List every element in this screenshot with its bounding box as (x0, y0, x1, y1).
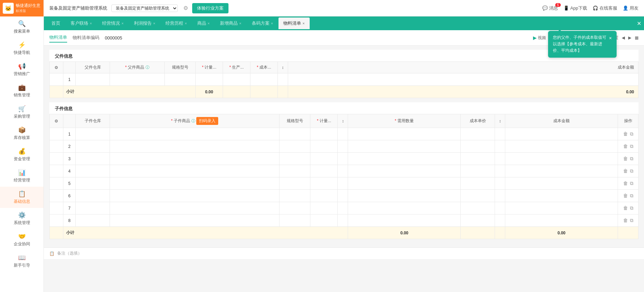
child-row3-qty[interactable] (310, 153, 338, 165)
video-btn[interactable]: ▶ 视频 (533, 35, 546, 41)
nav-prev-btn[interactable]: ◀ (622, 35, 625, 40)
child-row3-warehouse[interactable] (76, 153, 110, 165)
sidebar-item-sales[interactable]: 💼 销售管理 (0, 80, 44, 102)
child-row4-need-qty[interactable] (348, 165, 461, 177)
online-service-action[interactable]: 🎧 在线客服 (593, 5, 617, 11)
child-row5-cost-unit[interactable] (461, 177, 495, 190)
delete-row-icon[interactable]: 🗑 (623, 180, 628, 186)
parent-col-settings[interactable]: ⚙ (50, 62, 63, 73)
close-all-tabs-icon[interactable]: ✕ (637, 20, 641, 27)
nav-next-btn[interactable]: ▶ (628, 35, 631, 40)
child-row2-need-qty[interactable] (348, 140, 461, 153)
grid-view-icon[interactable]: ▦ (635, 35, 639, 40)
delete-row-icon[interactable]: 🗑 (623, 131, 628, 137)
tab-business-status-close[interactable]: × (121, 21, 123, 25)
sidebar-item-quick-nav[interactable]: ⚡ 快捷导航 (0, 38, 44, 59)
tab-business-history[interactable]: 经营历程 × (161, 17, 191, 29)
sidebar-item-marketing[interactable]: 📢 营销推广 (0, 59, 44, 80)
parent-row1-warehouse[interactable] (76, 73, 110, 86)
child-row7-warehouse[interactable] (76, 202, 110, 214)
child-col-settings[interactable]: ⚙ (50, 114, 63, 128)
tab-barcode-close[interactable]: × (271, 21, 273, 25)
sidebar-item-system[interactable]: ⚙️ 系统管理 (0, 208, 44, 229)
delete-row-icon[interactable]: 🗑 (623, 193, 628, 199)
child-row2-qty[interactable] (310, 140, 338, 153)
delete-row-icon[interactable]: 🗑 (623, 168, 628, 174)
child-row2-warehouse[interactable] (76, 140, 110, 153)
tab-goods[interactable]: 商品 × (193, 17, 214, 29)
child-row7-need-qty[interactable] (348, 202, 461, 214)
child-row5-product[interactable] (110, 177, 280, 190)
experience-button[interactable]: 体验行业方案 (192, 3, 228, 13)
child-row6-spec[interactable] (280, 190, 310, 202)
parent-row1-spec[interactable] (165, 73, 196, 86)
tab-new-goods[interactable]: 新增商品 × (215, 17, 246, 29)
tab-home[interactable]: 首页 (47, 17, 65, 29)
system-selector[interactable]: 装备及固定资产辅助管理系统 (111, 4, 178, 12)
tab-customer[interactable]: 客户联络 × (66, 17, 97, 29)
child-row8-product[interactable] (110, 214, 280, 227)
child-row6-need-qty[interactable] (348, 190, 461, 202)
tab-profit-report[interactable]: 利润报告 × (129, 17, 160, 29)
message-action[interactable]: 💬 消息 6 (542, 5, 558, 11)
child-row7-spec[interactable] (280, 202, 310, 214)
parent-row1-product[interactable] (110, 73, 165, 86)
child-row4-spec[interactable] (280, 165, 310, 177)
sidebar-item-basic[interactable]: 📋 基础信息 (0, 187, 44, 208)
app-download-action[interactable]: 📱 App下载 (564, 5, 587, 11)
child-row3-need-qty[interactable] (348, 153, 461, 165)
child-row1-product[interactable] (110, 128, 280, 140)
parent-row1-cost[interactable] (250, 73, 278, 86)
tooltip-close-btn[interactable]: × (609, 34, 612, 42)
tab-new-goods-close[interactable]: × (239, 21, 241, 25)
delete-row-icon[interactable]: 🗑 (623, 205, 628, 211)
settings-icon[interactable]: ⚙ (183, 5, 188, 11)
child-row1-qty[interactable] (310, 128, 338, 140)
child-row7-product[interactable] (110, 202, 280, 214)
child-row6-product[interactable] (110, 190, 280, 202)
sidebar-item-inventory[interactable]: 📦 库存核算 (0, 123, 44, 144)
child-row3-spec[interactable] (280, 153, 310, 165)
sidebar-item-business[interactable]: 📊 经营管理 (0, 165, 44, 187)
tab-customer-close[interactable]: × (90, 21, 92, 25)
sidebar-item-guide[interactable]: 📖 新手引导 (0, 250, 44, 272)
copy-row-icon[interactable]: ⧉ (630, 156, 633, 162)
tab-barcode[interactable]: 条码方案 × (247, 17, 278, 29)
child-row8-cost-unit[interactable] (461, 214, 495, 227)
child-row1-spec[interactable] (280, 128, 310, 140)
child-row4-product[interactable] (110, 165, 280, 177)
child-row3-product[interactable] (110, 153, 280, 165)
tab-business-status[interactable]: 经营情况 × (97, 17, 128, 29)
child-row2-spec[interactable] (280, 140, 310, 153)
copy-row-icon[interactable]: ⧉ (630, 131, 633, 137)
parent-row1-prod[interactable] (223, 73, 250, 86)
copy-row-icon[interactable]: ⧉ (630, 205, 633, 211)
child-row6-warehouse[interactable] (76, 190, 110, 202)
child-row8-qty[interactable] (310, 214, 338, 227)
sidebar-item-finance[interactable]: 💰 资金管理 (0, 144, 44, 165)
sub-tab-bom-list[interactable]: 物料清单 (49, 33, 67, 43)
copy-row-icon[interactable]: ⧉ (630, 193, 633, 199)
child-row1-need-qty[interactable] (348, 128, 461, 140)
sidebar-item-search[interactable]: 🔍 搜索菜单 (0, 16, 44, 38)
child-row8-spec[interactable] (280, 214, 310, 227)
child-row8-warehouse[interactable] (76, 214, 110, 227)
child-row5-warehouse[interactable] (76, 177, 110, 190)
child-row6-qty[interactable] (310, 190, 338, 202)
sub-tab-bom-code[interactable]: 物料清单编码 (73, 33, 99, 42)
tab-bom[interactable]: 物料清单 × (278, 17, 309, 29)
user-action[interactable]: 👤 用友 (623, 5, 639, 11)
tab-bom-close[interactable]: × (302, 21, 305, 25)
child-row5-spec[interactable] (280, 177, 310, 190)
child-row4-warehouse[interactable] (76, 165, 110, 177)
child-row1-cost-unit[interactable] (461, 128, 495, 140)
tab-profit-report-close[interactable]: × (153, 21, 155, 25)
sidebar-item-cooperation[interactable]: 🤝 企业协同 (0, 229, 44, 250)
child-row1-warehouse[interactable] (76, 128, 110, 140)
copy-row-icon[interactable]: ⧉ (630, 143, 633, 149)
child-row4-qty[interactable] (310, 165, 338, 177)
delete-row-icon[interactable]: 🗑 (623, 156, 628, 162)
child-row7-qty[interactable] (310, 202, 338, 214)
copy-row-icon[interactable]: ⧉ (630, 168, 633, 174)
child-row4-cost-unit[interactable] (461, 165, 495, 177)
